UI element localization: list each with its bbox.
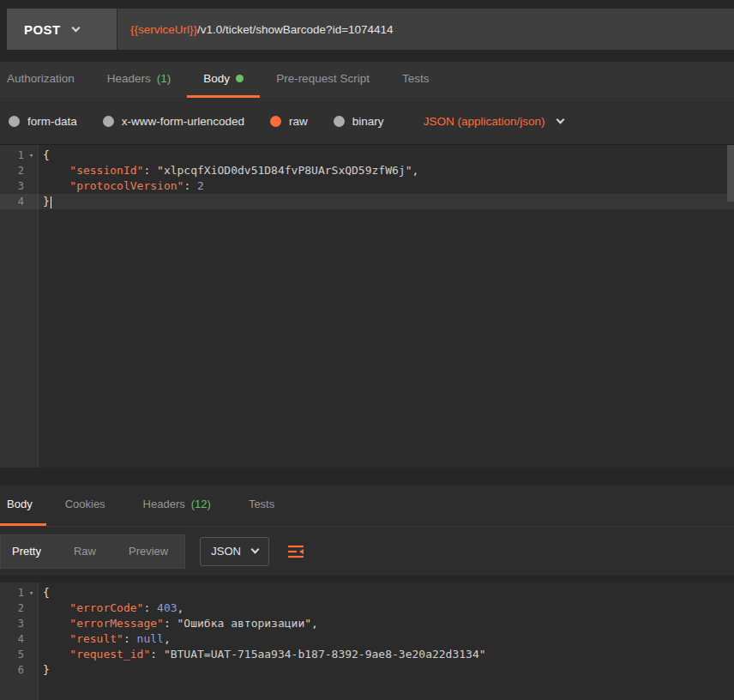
- response-body-editor[interactable]: 1▾{2 "errorCode": 403,3 "errorMessage": …: [0, 582, 734, 700]
- fold-gutter: [24, 647, 39, 662]
- code-line[interactable]: 3 "errorMessage": "Ошибка авторизации",: [0, 616, 734, 631]
- line-number: 4: [0, 631, 24, 647]
- pretty-button[interactable]: Pretty: [1, 535, 57, 568]
- code-text: {: [39, 585, 50, 600]
- tab-label: Cookies: [65, 498, 105, 510]
- tab-tests[interactable]: Tests: [386, 62, 446, 98]
- response-format-dropdown[interactable]: JSON: [200, 537, 269, 566]
- request-body-editor[interactable]: 1▾{2 "sessionId": "xlpcqfXiOD0dv51D84fvP…: [0, 144, 734, 468]
- code-text: }: [39, 662, 50, 678]
- request-tabs: Authorization Headers (1) Body Pre-reque…: [0, 62, 734, 98]
- radio-label: x-www-form-urlencoded: [122, 115, 244, 128]
- tab-authorization[interactable]: Authorization: [0, 62, 91, 98]
- line-number: 5: [0, 647, 24, 662]
- line-number: 3: [0, 616, 24, 631]
- postman-app: POST {{serviceUrl}}/v1.0/ticket/showBarc…: [0, 0, 734, 700]
- tab-label: Tests: [402, 72, 430, 85]
- tab-pre-request-script[interactable]: Pre-request Script: [260, 62, 386, 98]
- radio-binary[interactable]: binary: [334, 115, 384, 128]
- radio-label: form-data: [27, 115, 77, 128]
- response-tab-cookies[interactable]: Cookies: [46, 485, 124, 526]
- radio-label: binary: [352, 115, 384, 128]
- top-strip: [0, 0, 734, 9]
- code-line[interactable]: 1▾{: [0, 148, 734, 163]
- radio-icon: [9, 116, 20, 127]
- code-text: "request_id": "BTUAT=UAT-715aa934-b187-8…: [39, 647, 486, 662]
- response-tab-headers[interactable]: Headers (12): [124, 485, 230, 526]
- wrap-text-icon: [286, 543, 306, 560]
- tab-body[interactable]: Body: [187, 62, 260, 98]
- fold-gutter: [24, 631, 39, 647]
- view-mode-group: Pretty Raw Preview: [0, 534, 185, 569]
- code-text: }: [39, 194, 51, 209]
- tab-label: Authorization: [7, 72, 75, 85]
- headers-count-badge: (1): [157, 72, 171, 85]
- response-tabs: Body Cookies Headers (12) Tests: [0, 485, 734, 526]
- response-tab-tests[interactable]: Tests: [230, 485, 293, 526]
- tab-label: Headers: [143, 498, 185, 510]
- line-number: 6: [0, 662, 24, 678]
- tab-label: Body: [203, 72, 230, 85]
- wrap-text-button[interactable]: [286, 543, 306, 560]
- code-line[interactable]: 3 "protocolVersion": 2: [0, 178, 734, 194]
- line-number: 2: [0, 600, 24, 616]
- raw-button[interactable]: Raw: [57, 535, 112, 568]
- method-dropdown[interactable]: POST: [7, 9, 117, 50]
- tab-label: Tests: [249, 498, 274, 510]
- code-text: {: [39, 148, 50, 163]
- fold-gutter: [24, 163, 39, 178]
- body-type-selector-row: form-data x-www-form-urlencoded raw bina…: [0, 98, 734, 144]
- button-label: Preview: [129, 545, 168, 558]
- request-editor-scrollbar[interactable]: [727, 145, 734, 202]
- fold-gutter: [24, 662, 39, 678]
- radio-form-data[interactable]: form-data: [9, 115, 77, 128]
- preview-button[interactable]: Preview: [112, 535, 184, 568]
- code-text: "errorCode": 403,: [39, 600, 184, 616]
- spacer: [0, 468, 734, 485]
- spacer: [0, 576, 734, 582]
- code-line[interactable]: 2 "errorCode": 403,: [0, 600, 734, 616]
- tab-label: Body: [7, 498, 33, 510]
- code-line[interactable]: 4}: [0, 194, 734, 209]
- chevron-down-icon: [72, 23, 81, 32]
- code-text: "errorMessage": "Ошибка авторизации",: [39, 616, 318, 631]
- response-toolbar: Pretty Raw Preview JSON: [0, 526, 734, 576]
- code-text: "protocolVersion": 2: [39, 178, 204, 194]
- spacer: [0, 50, 734, 62]
- fold-arrow-icon[interactable]: ▾: [24, 148, 39, 163]
- green-dot-icon: [236, 75, 244, 82]
- request-url-bar: POST {{serviceUrl}}/v1.0/ticket/showBarc…: [7, 9, 734, 50]
- line-number: 1: [0, 148, 24, 163]
- method-label: POST: [24, 22, 60, 37]
- fold-arrow-icon[interactable]: ▾: [24, 585, 39, 600]
- response-tab-body[interactable]: Body: [0, 485, 46, 526]
- button-label: Raw: [74, 545, 96, 558]
- code-line[interactable]: 4 "result": null,: [0, 631, 734, 647]
- radio-label: raw: [289, 115, 308, 128]
- radio-raw[interactable]: raw: [270, 115, 308, 128]
- fold-gutter: [24, 616, 39, 631]
- url-variable: {{serviceUrl}}: [130, 23, 197, 36]
- tab-label: Headers: [107, 72, 151, 85]
- radio-icon: [103, 116, 114, 127]
- content-type-dropdown[interactable]: JSON (application/json): [424, 115, 564, 128]
- text-cursor: [51, 196, 52, 208]
- code-text: "result": null,: [39, 631, 171, 647]
- url-input[interactable]: {{serviceUrl}}/v1.0/ticket/showBarcode?i…: [117, 9, 734, 50]
- radio-icon: [334, 116, 345, 127]
- line-number: 4: [0, 194, 24, 209]
- line-number: 3: [0, 178, 24, 194]
- code-line[interactable]: 6}: [0, 662, 734, 678]
- code-line[interactable]: 2 "sessionId": "xlpcqfXiOD0dv51D84fvP8UA…: [0, 163, 734, 178]
- button-label: Pretty: [12, 545, 41, 558]
- content-type-label: JSON (application/json): [424, 115, 545, 128]
- chevron-down-icon: [250, 546, 259, 554]
- code-line[interactable]: 5 "request_id": "BTUAT=UAT-715aa934-b187…: [0, 647, 734, 662]
- fold-gutter: [24, 600, 39, 616]
- headers-count-badge: (12): [191, 498, 211, 510]
- code-line[interactable]: 1▾{: [0, 585, 734, 600]
- radio-x-www-form-urlencoded[interactable]: x-www-form-urlencoded: [103, 115, 244, 128]
- tab-headers[interactable]: Headers (1): [91, 62, 188, 98]
- chevron-down-icon: [557, 115, 565, 124]
- line-number: 2: [0, 163, 24, 178]
